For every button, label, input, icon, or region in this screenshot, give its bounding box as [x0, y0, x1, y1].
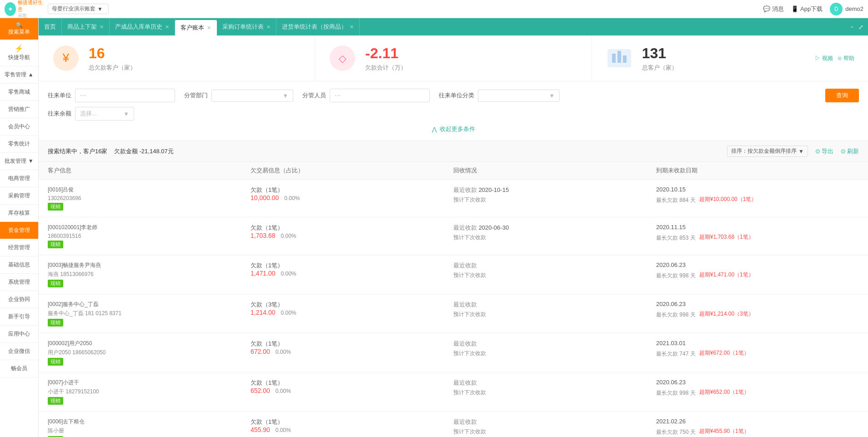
message-btn[interactable]: 💬 消息: [763, 5, 784, 13]
overdue-amount[interactable]: 超期¥455.90（1笔）: [699, 427, 749, 435]
tab-home[interactable]: 首页: [39, 18, 62, 35]
overdue-date: 2020.06.23: [656, 261, 859, 268]
sidebar-item-operations[interactable]: 经营管理: [0, 239, 38, 256]
refresh-btn[interactable]: ⊙ 刷新: [841, 147, 859, 156]
customer-id: [0001020001]李老师: [48, 224, 251, 231]
next-collect: 预计下次收款: [453, 350, 656, 357]
sidebar-item-basic-info[interactable]: 基础信息: [0, 256, 38, 274]
svg-rect-6: [617, 51, 621, 63]
tab-product-history[interactable]: 产成品入库单历史 ✕: [110, 18, 175, 35]
debt-info-cell: 欠款（1笔） 455.90 0.00%: [251, 418, 453, 437]
sidebar-item-apps[interactable]: 应用中心: [0, 326, 38, 343]
sidebar-item-marketing[interactable]: 营销推广: [0, 101, 38, 118]
customer-info-cell: [0006]去下粮仓 陈小册 现销: [48, 418, 251, 437]
person-input[interactable]: ···: [330, 89, 430, 102]
sidebar-item-system[interactable]: 系统管理: [0, 274, 38, 291]
last-collect: 最近收款: [453, 301, 656, 309]
refresh-icon: ⊙: [841, 148, 846, 155]
chevron-down-icon: ▼: [282, 92, 288, 99]
debt-amount: 672.00: [251, 348, 270, 355]
customer-tag: 现销: [48, 319, 63, 326]
last-collect: 最近收款: [453, 261, 656, 270]
search-button[interactable]: 查询: [825, 89, 859, 102]
sidebar-item-quick-nav[interactable]: ⚡ 快捷导航: [0, 40, 38, 66]
overdue-amount[interactable]: 超期¥10,000.00（1笔）: [699, 196, 757, 203]
help-btn[interactable]: ⊙ 帮助: [838, 55, 854, 62]
overdue-amount[interactable]: 超期¥652.00（1笔）: [699, 388, 749, 396]
table-row: [0003]畅捷服务尹海燕 海燕 18513066976 现销 欠款（1笔） 1…: [39, 255, 868, 294]
sidebar-item-guide[interactable]: 新手引导: [0, 308, 38, 326]
overdue-info-cell: 2020.11.15 最长欠款 853 天 超期¥1,703.68（1笔）: [656, 224, 859, 248]
table-row: [0002]服务中心_丁磊 服务中心_丁磊 181 0125 8371 现销 欠…: [39, 294, 868, 333]
logo-text: 畅捷通好生意 示范: [18, 0, 43, 19]
source-unit-input[interactable]: ···: [75, 89, 175, 102]
sidebar-search[interactable]: 🔍 搜索菜单: [0, 18, 38, 40]
overdue-days: 最长欠款 998 天: [656, 311, 696, 319]
sidebar-item-purchase[interactable]: 采购管理: [0, 187, 38, 205]
overdue-amount[interactable]: 超期¥1,471.00（1笔）: [699, 271, 754, 279]
sidebar-item-member[interactable]: 会员中心: [0, 118, 38, 136]
company-selector[interactable]: 母婴行业演示账套 ▼: [48, 4, 109, 14]
stat-number-total: 131: [642, 45, 677, 62]
customer-info-cell: [0016]吕俊 13026203696 现销: [48, 186, 251, 211]
customer-tag: 现销: [48, 397, 63, 405]
sidebar-item-inventory[interactable]: 库存核算: [0, 205, 38, 222]
close-icon[interactable]: ✕: [165, 24, 169, 30]
user-avatar[interactable]: D demo2: [830, 3, 863, 15]
customer-id: [0003]畅捷服务尹海燕: [48, 261, 251, 269]
customer-info-cell: [0007]小进干 小进干 18279152100 现销: [48, 379, 251, 405]
collection-info-cell: 最近收款 预计下次收款: [453, 418, 656, 437]
sidebar-item-ecommerce[interactable]: 电商管理: [0, 170, 38, 187]
tab-actions: － ⤢: [844, 23, 868, 31]
customer-id: [0007]小进干: [48, 379, 251, 387]
sort-select[interactable]: 排序：按欠款金额倒序排序 ▼: [727, 146, 808, 157]
chevron-down-icon: ▼: [123, 111, 129, 117]
close-icon[interactable]: ✕: [207, 25, 211, 31]
customer-id: [000002]用户2050: [48, 340, 251, 347]
close-icon[interactable]: ✕: [266, 24, 271, 30]
unit-category-input[interactable]: ▼: [478, 90, 560, 102]
sidebar-item-retail-mall[interactable]: 零售商城: [0, 84, 38, 101]
customer-tag: 现销: [48, 280, 63, 287]
debt-count: 欠款（1笔）: [251, 340, 453, 348]
minimize-icon[interactable]: －: [849, 23, 855, 31]
chevron-up-icon: ⋀: [432, 126, 437, 133]
sidebar-item-wholesale[interactable]: 批发管理 ▼: [0, 153, 38, 170]
sidebar-item-wechat[interactable]: 企业微信: [0, 343, 38, 360]
filter-row-2: 往来余额 选择... ▼: [48, 107, 859, 121]
overdue-date: 2020.06.23: [656, 301, 859, 307]
overdue-info-cell: 2021.02.26 最长欠款 750 天 超期¥455.90（1笔）: [656, 418, 859, 437]
video-btn[interactable]: ▷ 视频: [815, 55, 833, 62]
tab-customer-account[interactable]: 客户账本 ✕: [175, 20, 217, 35]
overdue-amount[interactable]: 超期¥1,214.00（3笔）: [699, 310, 754, 318]
app-download-btn[interactable]: 📱 App下载: [791, 5, 823, 13]
overdue-amount[interactable]: 超期¥1,703.68（1笔）: [699, 233, 754, 241]
maximize-icon[interactable]: ⤢: [858, 24, 863, 30]
overdue-date: 2020.10.15: [656, 186, 859, 193]
col-header-collection: 回收情况: [453, 166, 656, 175]
sidebar-item-member2[interactable]: 畅会员: [0, 360, 38, 377]
filter-collapse-btn[interactable]: ⋀ 收起更多条件: [48, 125, 859, 133]
debt-count: 欠款（1笔）: [251, 224, 453, 232]
balance-input[interactable]: 选择... ▼: [75, 107, 134, 121]
dept-input[interactable]: ▼: [211, 90, 293, 102]
customer-phone: 13026203696: [48, 195, 251, 201]
sidebar-item-retail-stats[interactable]: 零售统计: [0, 136, 38, 153]
next-collect: 预计下次收款: [453, 428, 656, 436]
tab-purchase-product-stats[interactable]: 进货单统计表（按商品） ✕: [276, 18, 360, 35]
overdue-amount[interactable]: 超期¥672.00（1笔）: [699, 349, 749, 357]
last-collect: 最近收款: [453, 418, 656, 426]
close-icon[interactable]: ✕: [100, 24, 104, 30]
close-icon[interactable]: ✕: [350, 24, 354, 30]
sidebar-item-finance[interactable]: 资金管理: [0, 222, 38, 239]
sidebar-item-enterprise[interactable]: 企业协同: [0, 291, 38, 308]
filter-unit-category: 往来单位分类 ▼: [439, 90, 560, 102]
next-collect: 预计下次收款: [453, 271, 656, 279]
avatar-icon: D: [830, 3, 843, 15]
debt-info-cell: 欠款（1笔） 652.00 0.00%: [251, 379, 453, 405]
sidebar-item-retail-mgmt[interactable]: 零售管理 ▲: [0, 66, 38, 84]
tab-product-listing[interactable]: 商品上下架 ✕: [62, 18, 110, 35]
sidebar: 🔍 搜索菜单 ⚡ 快捷导航 零售管理 ▲ 零售商城 营销推广 会员中心 零售统计: [0, 18, 39, 437]
tab-purchase-stats[interactable]: 采购订单统计表 ✕: [217, 18, 276, 35]
export-btn[interactable]: ⊙ 导出: [815, 147, 833, 156]
